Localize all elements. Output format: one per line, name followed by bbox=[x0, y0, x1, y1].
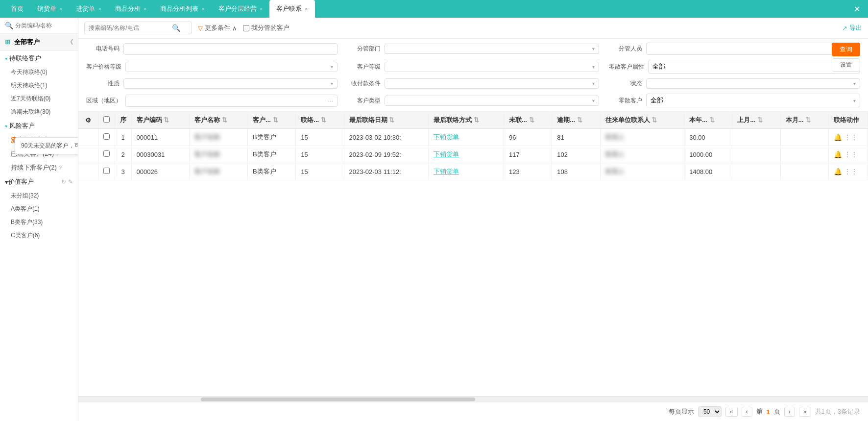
search-input[interactable] bbox=[89, 25, 172, 31]
tab-purchase-order[interactable]: 进货单 × bbox=[69, 0, 108, 18]
tab-close-sales-order[interactable]: × bbox=[59, 6, 62, 12]
my-customers-checkbox[interactable] bbox=[243, 25, 249, 31]
scrollbar-thumb[interactable] bbox=[201, 397, 475, 401]
dept-select[interactable]: ▾ bbox=[385, 44, 599, 54]
sort-icon7[interactable]: ⇅ bbox=[529, 116, 534, 124]
sidebar-item-overdue-contact[interactable]: 逾期未联络(30) bbox=[0, 105, 78, 119]
more-conditions-button[interactable]: ▽ 更多条件 ∧ bbox=[198, 24, 237, 32]
select-all-checkbox[interactable] bbox=[103, 116, 110, 123]
sidebar-item-tomorrow-contact[interactable]: 明天待联络(1) bbox=[0, 79, 78, 92]
export-button[interactable]: ↗ 导出 bbox=[842, 24, 862, 32]
tab-home[interactable]: 首页 bbox=[4, 4, 30, 13]
customer-type-select[interactable]: ▾ bbox=[385, 96, 599, 106]
query-button[interactable]: 查询 bbox=[832, 43, 860, 56]
sidebar-item-declining[interactable]: 持续下滑客户(2) ? bbox=[0, 161, 78, 174]
manager-select[interactable]: ··· bbox=[646, 43, 860, 55]
th-customer-name[interactable]: 客户名称 ⇅ bbox=[190, 112, 248, 129]
th-customer-type-col[interactable]: 客户... ⇅ bbox=[248, 112, 296, 129]
tab-product-analysis[interactable]: 商品分析 × bbox=[108, 0, 153, 18]
th-last-month[interactable]: 上月... ⇅ bbox=[732, 112, 780, 129]
column-settings-icon[interactable]: ⚙ bbox=[85, 117, 91, 124]
tab-customer-contact[interactable]: 客户联系 × bbox=[269, 0, 314, 18]
sort-icon11[interactable]: ⇅ bbox=[757, 116, 763, 124]
th-contact-count[interactable]: 联络... ⇅ bbox=[296, 112, 344, 129]
my-customers-checkbox-area[interactable]: 我分管的客户 bbox=[243, 24, 289, 32]
tab-sales-order[interactable]: 销货单 × bbox=[30, 0, 69, 18]
tab-close-customer-contact[interactable]: × bbox=[305, 6, 308, 12]
sidebar-section-pending[interactable]: ▾ 待联络客户 bbox=[0, 51, 78, 66]
edit-icon[interactable]: ✎ bbox=[68, 178, 73, 185]
bell-icon-1[interactable]: 🔔 bbox=[834, 133, 842, 141]
td-last-method-2[interactable]: 下销货单 bbox=[429, 146, 504, 163]
row-checkbox-1[interactable] bbox=[103, 133, 110, 140]
th-unit-contact[interactable]: 往来单位联系人 ⇅ bbox=[600, 112, 684, 129]
region-dots-icon[interactable]: ··· bbox=[328, 97, 333, 104]
td-last-method-1[interactable]: 下销货单 bbox=[429, 129, 504, 146]
sort-icon3[interactable]: ⇅ bbox=[273, 116, 278, 124]
last-method-link-3[interactable]: 下销货单 bbox=[434, 168, 459, 175]
th-last-contact-date[interactable]: 最后联络日期 ⇅ bbox=[344, 112, 429, 129]
sidebar-item-b-class[interactable]: B类客户(33) bbox=[0, 216, 78, 229]
th-checkbox[interactable] bbox=[98, 112, 115, 129]
tab-customer-segmentation[interactable]: 客户分层经营 × bbox=[212, 0, 269, 18]
gender-select[interactable]: ▾ bbox=[123, 78, 338, 89]
valued-arrow-icon[interactable]: ▾ bbox=[5, 178, 8, 186]
bell-icon-2[interactable]: 🔔 bbox=[834, 150, 842, 158]
customer-level-select[interactable]: ▾ bbox=[385, 62, 599, 72]
region-select[interactable]: ··· bbox=[125, 95, 338, 107]
td-last-method-3[interactable]: 下销货单 bbox=[429, 163, 504, 180]
status-select[interactable]: ▾ bbox=[646, 78, 860, 89]
sidebar-collapse-icon[interactable]: 《 bbox=[67, 38, 73, 47]
th-this-month[interactable]: 本月... ⇅ bbox=[780, 112, 828, 129]
sidebar-search-input[interactable] bbox=[15, 22, 78, 29]
sort-icon2[interactable]: ⇅ bbox=[222, 116, 227, 124]
td-checkbox-2[interactable] bbox=[98, 146, 115, 163]
sidebar-item-ungrouped[interactable]: 未分组(32) bbox=[0, 189, 78, 202]
window-close-button[interactable]: ✕ bbox=[850, 4, 864, 14]
zero-attr-select[interactable]: 全部 ▾ bbox=[648, 60, 860, 74]
sidebar-item-today-contact[interactable]: 今天待联络(0) bbox=[0, 66, 78, 79]
grid-icon-2[interactable]: ⋮⋮ bbox=[844, 150, 858, 158]
th-last-contact-method[interactable]: 最后联络方式 ⇅ bbox=[429, 112, 504, 129]
phone-input[interactable] bbox=[123, 43, 338, 55]
sidebar-all-customers[interactable]: ⊞ 全部客户 《 bbox=[0, 34, 78, 51]
grid-icon-1[interactable]: ⋮⋮ bbox=[844, 133, 858, 141]
sort-icon4[interactable]: ⇅ bbox=[321, 116, 326, 124]
td-checkbox-1[interactable] bbox=[98, 129, 115, 146]
payment-select[interactable]: ▾ bbox=[385, 78, 599, 89]
horizontal-scrollbar[interactable] bbox=[78, 396, 868, 402]
last-page-button[interactable]: » bbox=[799, 407, 811, 417]
settings-button[interactable]: 设置 bbox=[832, 58, 860, 72]
th-customer-code[interactable]: 客户编码 ⇅ bbox=[131, 112, 190, 129]
sort-icon6[interactable]: ⇅ bbox=[474, 116, 479, 124]
th-overdue[interactable]: 逾期... ⇅ bbox=[552, 112, 600, 129]
sort-icon8[interactable]: ⇅ bbox=[577, 116, 582, 124]
tab-close-customer-segmentation[interactable]: × bbox=[260, 6, 263, 12]
refresh-icon[interactable]: ↻ bbox=[61, 178, 66, 185]
sidebar-item-c-class[interactable]: C类客户(6) bbox=[0, 229, 78, 242]
last-method-link-1[interactable]: 下销货单 bbox=[434, 133, 459, 141]
price-level-select[interactable]: ▾ bbox=[125, 62, 338, 72]
row-checkbox-3[interactable] bbox=[103, 168, 110, 174]
sort-icon[interactable]: ⇅ bbox=[164, 116, 169, 124]
first-page-button[interactable]: « bbox=[725, 407, 738, 417]
per-page-select[interactable]: 50 bbox=[698, 406, 722, 417]
th-settings[interactable]: ⚙ bbox=[78, 112, 98, 129]
last-method-link-2[interactable]: 下销货单 bbox=[434, 150, 459, 158]
th-uncontacted[interactable]: 未联... ⇅ bbox=[504, 112, 552, 129]
sidebar-item-7days-contact[interactable]: 近7天待联络(0) bbox=[0, 92, 78, 105]
sort-icon5[interactable]: ⇅ bbox=[389, 116, 394, 124]
tab-close-purchase-order[interactable]: × bbox=[98, 6, 101, 12]
bell-icon-3[interactable]: 🔔 bbox=[834, 168, 842, 175]
search-submit-icon[interactable]: 🔍 bbox=[172, 24, 180, 32]
sort-icon10[interactable]: ⇅ bbox=[709, 116, 715, 124]
next-page-button[interactable]: › bbox=[784, 407, 795, 417]
th-this-year[interactable]: 本年... ⇅ bbox=[684, 112, 732, 129]
row-checkbox-2[interactable] bbox=[103, 150, 110, 157]
prev-page-button[interactable]: ‹ bbox=[742, 407, 752, 417]
td-checkbox-3[interactable] bbox=[98, 163, 115, 180]
sort-icon12[interactable]: ⇅ bbox=[805, 116, 811, 124]
zero-customer-select[interactable]: 全部 ▾ bbox=[646, 94, 860, 107]
sort-icon9[interactable]: ⇅ bbox=[651, 116, 657, 124]
grid-icon-3[interactable]: ⋮⋮ bbox=[844, 168, 858, 175]
